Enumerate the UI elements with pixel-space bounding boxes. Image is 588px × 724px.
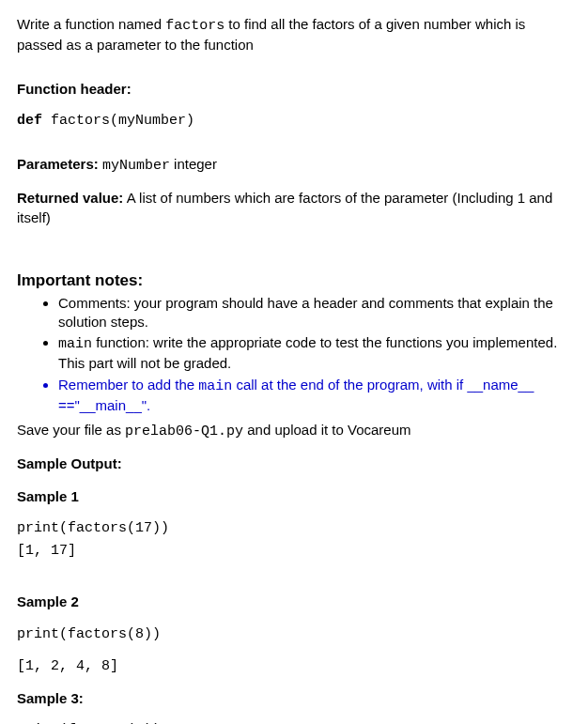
save-pre: Save your file as [17,422,125,438]
note-item-1: Comments: your program should have a hea… [58,294,571,332]
sample3-label: Sample 3: [17,689,571,708]
note3-pre: Remember to add the [58,377,198,393]
parameters-name: myNumber [102,158,170,174]
def-keyword: def [17,113,42,129]
returned-label: Returned value: [17,190,123,206]
function-signature: factors(myNumber) [51,113,194,129]
intro-paragraph: Write a function named factors to find a… [17,15,571,55]
sample2-label: Sample 2 [17,593,571,611]
parameters-line: Parameters: myNumber integer [17,155,571,176]
sample2-output: [1, 2, 4, 8] [17,657,571,676]
parameters-type: integer [174,156,217,172]
note3-code: main [198,378,232,394]
note-item-2: main function: write the appropriate cod… [58,333,571,374]
sample1-code: print(factors(17)) [17,519,571,538]
returned-value-line: Returned value: A list of numbers which … [17,189,571,227]
function-header-title: Function header: [17,81,132,97]
intro-fn: factors [165,18,224,34]
function-header-label: Function header: [17,80,571,99]
sample-output-label: Sample Output: [17,454,571,473]
save-file-line: Save your file as prelab06-Q1.py and upl… [17,421,571,441]
sample2-code: print(factors(8)) [17,625,571,644]
intro-pre: Write a function named [17,16,165,32]
parameters-label: Parameters: [17,156,99,172]
notes-list: Comments: your program should have a hea… [17,294,571,416]
save-post: and upload it to Vocareum [243,422,410,438]
function-header-code: def factors(myNumber) [17,112,571,131]
important-notes-title: Important notes: [17,270,571,292]
sample1-output: [1, 17] [17,542,571,561]
note2-text: function: write the appropriate code to … [58,334,557,371]
save-filename: prelab06-Q1.py [125,424,243,439]
note-item-3: Remember to add the main call at the end… [58,376,571,416]
sample1-label: Sample 1 [17,487,571,506]
note2-code: main [58,336,92,352]
